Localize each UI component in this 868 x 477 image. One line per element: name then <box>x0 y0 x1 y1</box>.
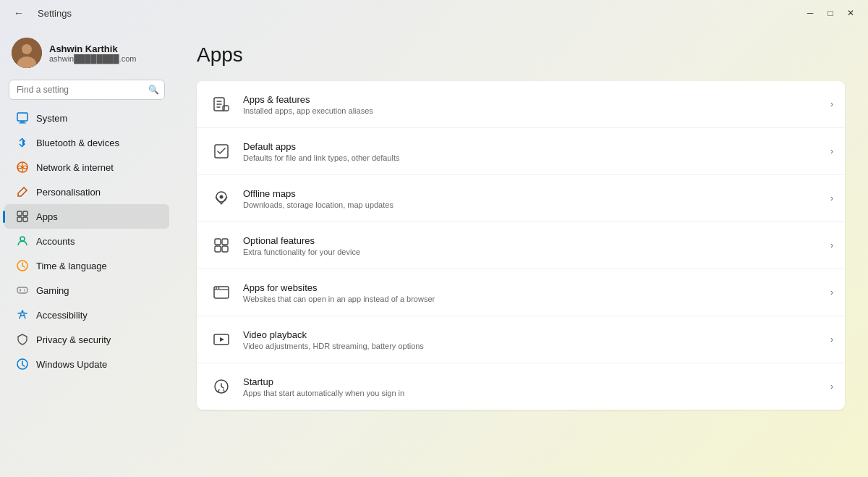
page-title: Apps <box>197 43 845 67</box>
svg-point-35 <box>218 287 220 289</box>
svg-point-34 <box>216 287 217 289</box>
svg-point-1 <box>22 44 32 54</box>
chevron-right-icon: › <box>830 193 833 203</box>
close-button[interactable]: ✕ <box>842 4 859 22</box>
sidebar-item-personalisation[interactable]: Personalisation <box>4 180 169 204</box>
svg-rect-3 <box>17 113 27 121</box>
sidebar-item-system[interactable]: System <box>4 106 169 130</box>
settings-item-desc: Defaults for file and link types, other … <box>243 153 830 162</box>
settings-item-optional-features[interactable]: Optional features Extra functionality fo… <box>197 222 845 269</box>
settings-item-title: Video playback <box>243 329 830 340</box>
svg-rect-32 <box>222 246 228 252</box>
settings-item-title: Apps & features <box>243 94 830 105</box>
sidebar: Ashwin Karthik ashwin████████.com 🔍 Syst… <box>0 26 174 477</box>
svg-rect-16 <box>17 287 27 293</box>
settings-item-desc: Video adjustments, HDR streaming, batter… <box>243 342 830 350</box>
settings-item-desc: Extra functionality for your device <box>243 248 830 256</box>
svg-rect-30 <box>222 239 228 245</box>
personalisation-icon <box>16 185 29 198</box>
sidebar-item-accessibility[interactable]: Accessibility <box>4 303 169 327</box>
svg-point-21 <box>24 290 25 292</box>
video-playback-icon <box>208 326 234 353</box>
svg-marker-37 <box>220 337 224 342</box>
sidebar-item-label: Windows Update <box>36 359 107 370</box>
sidebar-item-label: Gaming <box>36 285 69 296</box>
back-button[interactable]: ← <box>9 3 29 23</box>
title-bar: ← Settings ─ □ ✕ <box>0 0 868 26</box>
sidebar-item-label: Accounts <box>36 236 75 247</box>
sidebar-item-label: Time & language <box>36 261 107 271</box>
settings-item-title: Startup <box>243 376 830 387</box>
user-email: ashwin████████.com <box>49 54 136 63</box>
user-profile[interactable]: Ashwin Karthik ashwin████████.com <box>0 32 174 80</box>
sidebar-item-label: Apps <box>36 211 58 222</box>
nav-list: System Bluetooth & devices Network & int… <box>0 106 174 376</box>
apps-features-icon <box>208 91 234 117</box>
sidebar-item-bluetooth[interactable]: Bluetooth & devices <box>4 130 169 155</box>
settings-item-desc: Apps that start automatically when you s… <box>243 389 830 397</box>
svg-point-14 <box>20 237 25 241</box>
window-controls: ─ □ ✕ <box>801 4 859 22</box>
settings-item-title: Optional features <box>243 235 830 246</box>
maximize-button[interactable]: □ <box>822 4 839 22</box>
chevron-right-icon: › <box>830 334 833 345</box>
sidebar-item-label: Network & internet <box>36 162 114 173</box>
search-box: 🔍 <box>9 80 165 100</box>
sidebar-item-label: System <box>36 113 67 124</box>
settings-item-apps-features[interactable]: Apps & features Installed apps, app exec… <box>197 81 845 128</box>
settings-list: Apps & features Installed apps, app exec… <box>197 81 845 410</box>
search-icon: 🔍 <box>148 85 159 95</box>
chevron-right-icon: › <box>830 381 833 392</box>
sidebar-item-apps[interactable]: Apps <box>4 204 169 229</box>
network-icon <box>16 161 29 174</box>
offline-maps-icon <box>208 185 234 211</box>
avatar <box>12 38 42 68</box>
svg-point-28 <box>220 195 224 199</box>
search-input[interactable] <box>9 80 165 100</box>
sidebar-item-privacy[interactable]: Privacy & security <box>4 327 169 352</box>
settings-item-title: Default apps <box>243 141 830 152</box>
sidebar-item-network[interactable]: Network & internet <box>4 155 169 180</box>
svg-rect-29 <box>215 239 221 245</box>
svg-rect-10 <box>17 211 22 216</box>
bluetooth-icon <box>16 136 29 149</box>
content-area: Apps Apps & features Installed apps, app… <box>174 26 868 477</box>
time-icon <box>16 259 29 272</box>
system-icon <box>16 111 29 124</box>
settings-item-apps-websites[interactable]: Apps for websites Websites that can open… <box>197 269 845 316</box>
svg-rect-5 <box>19 123 26 124</box>
window-title: Settings <box>38 8 72 19</box>
accessibility-icon <box>16 308 29 321</box>
sidebar-item-time[interactable]: Time & language <box>4 253 169 278</box>
sidebar-item-accounts[interactable]: Accounts <box>4 229 169 253</box>
accounts-icon <box>16 235 29 248</box>
startup-icon <box>208 373 234 400</box>
chevron-right-icon: › <box>830 146 833 156</box>
settings-item-video-playback[interactable]: Video playback Video adjustments, HDR st… <box>197 316 845 363</box>
gaming-icon <box>16 284 29 297</box>
svg-rect-31 <box>215 246 221 252</box>
settings-item-title: Offline maps <box>243 188 830 199</box>
settings-item-default-apps[interactable]: Default apps Defaults for file and link … <box>197 128 845 175</box>
sidebar-item-label: Bluetooth & devices <box>36 138 119 148</box>
settings-item-offline-maps[interactable]: Offline maps Downloads, storage location… <box>197 175 845 222</box>
svg-rect-12 <box>17 217 22 221</box>
user-info: Ashwin Karthik ashwin████████.com <box>49 43 136 63</box>
settings-item-title: Apps for websites <box>243 282 830 293</box>
main-content: Ashwin Karthik ashwin████████.com 🔍 Syst… <box>0 26 868 477</box>
settings-item-desc: Downloads, storage location, map updates <box>243 200 830 209</box>
svg-line-7 <box>20 144 22 147</box>
minimize-button[interactable]: ─ <box>801 4 819 22</box>
settings-item-startup[interactable]: Startup Apps that start automatically wh… <box>197 363 845 410</box>
sidebar-item-label: Personalisation <box>36 187 101 198</box>
sidebar-item-label: Privacy & security <box>36 334 111 345</box>
apps-websites-icon <box>208 279 234 305</box>
settings-item-desc: Websites that can open in an app instead… <box>243 295 830 303</box>
user-name: Ashwin Karthik <box>49 43 136 54</box>
optional-features-icon <box>208 232 234 258</box>
sidebar-item-label: Accessibility <box>36 310 88 321</box>
svg-point-20 <box>24 289 25 290</box>
apps-icon <box>16 210 29 223</box>
sidebar-item-gaming[interactable]: Gaming <box>4 278 169 303</box>
sidebar-item-update[interactable]: Windows Update <box>4 352 169 376</box>
